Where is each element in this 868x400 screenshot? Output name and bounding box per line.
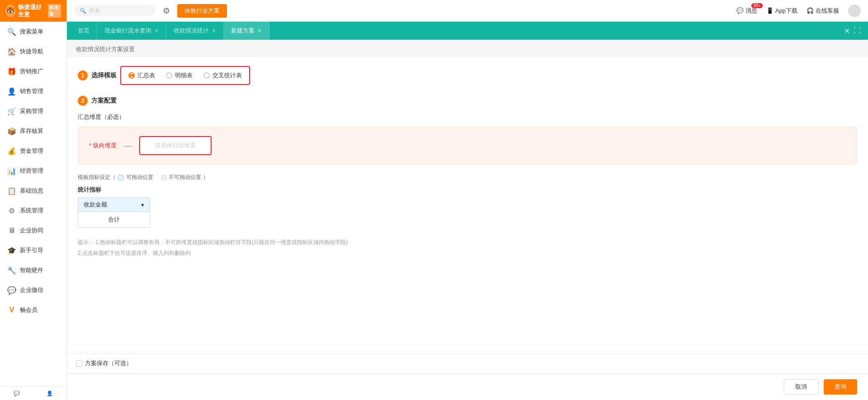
sidebar-item-label: 快捷导航 (20, 47, 43, 56)
arrow-icon: — (124, 141, 132, 151)
page-body: 1 选择模板 汇总表 明细表 (67, 57, 868, 353)
sidebar-feedback[interactable]: 💬 (14, 391, 20, 396)
search-box[interactable]: 🔍 搜索 (74, 5, 156, 16)
metrics-setting-label: 模板指标设定（ 可拖动位置 不可拖动位置 ） (78, 174, 208, 181)
radio-detail[interactable]: 明细表 (166, 71, 193, 80)
radio-summary-label: 汇总表 (137, 71, 155, 80)
radio-cross[interactable]: 交叉统计表 (203, 71, 242, 80)
sidebar-item-smart-hardware[interactable]: 🔧 智能硬件 (0, 260, 66, 280)
sidebar-user[interactable]: 👤 (47, 391, 53, 396)
user-icon: 👤 (7, 87, 16, 96)
logo-badge: 标准版 (48, 4, 61, 18)
dimension-selector[interactable]: 请选择分组维度 (139, 136, 212, 155)
sidebar-item-marketing[interactable]: 🎁 营销推广 (0, 61, 66, 81)
tab-new-plan[interactable]: 新建方案 ✕ (224, 22, 269, 40)
dropdown-chevron-icon: ▾ (141, 202, 144, 208)
tab-cash-flow-close[interactable]: ✕ (154, 28, 159, 34)
breadcrumb-text: 收款情况统计方案设置 (76, 46, 135, 52)
tab-new-plan-label: 新建方案 (231, 27, 255, 35)
sidebar-bottom: 💬 👤 (0, 386, 66, 400)
step1-title: 选择模板 (91, 71, 117, 80)
dimension-row: * 纵向维度 — 请选择分组维度 (89, 136, 846, 155)
content-area: 收款情况统计方案设置 1 选择模板 汇总表 (67, 40, 868, 400)
metrics-table-header[interactable]: 收款金额 ▾ (78, 198, 150, 212)
sidebar: 🐯 畅捷通好生意 标准版 🔍 搜索菜单 🏠 快捷导航 🎁 营销推广 👤 销售管理… (0, 0, 67, 400)
sidebar-item-label: 新手引导 (20, 246, 43, 254)
search-placeholder: 搜索 (89, 7, 100, 14)
message-badge: 99+ (751, 3, 763, 8)
box-icon: 📦 (7, 127, 16, 136)
sidebar-item-system[interactable]: ⚙ 系统管理 (0, 201, 66, 221)
sidebar-item-enterprise-wechat[interactable]: 💬 企业微信 (0, 280, 66, 300)
home-icon: 🏠 (7, 47, 16, 56)
radio-cross-label: 交叉统计表 (212, 71, 242, 80)
tab-cash-flow-label: 现金银行流水查询 (104, 27, 151, 35)
tab-new-plan-close[interactable]: ✕ (257, 28, 262, 34)
step2-section: 2 方案配置 汇总维度（必选） * 纵向维度 — 请选择分组维度 (78, 96, 857, 259)
online-service-btn[interactable]: 🎧 在线客服 (807, 7, 839, 15)
save-plan-checkbox[interactable] (76, 360, 82, 367)
sidebar-item-sales[interactable]: 👤 销售管理 (0, 81, 66, 101)
radio-detail-circle (166, 72, 172, 79)
sidebar-item-label: 经营管理 (20, 167, 43, 175)
radio-summary[interactable]: 汇总表 (128, 71, 155, 80)
step2-number: 2 (78, 96, 88, 106)
sidebar-item-purchase[interactable]: 🛒 采购管理 (0, 101, 66, 121)
logo-icon: 🐯 (5, 5, 15, 17)
app-download-label: App下载 (775, 7, 797, 15)
step1-number: 1 (78, 71, 88, 80)
sidebar-item-search-menu[interactable]: 🔍 搜索菜单 (0, 22, 66, 42)
settings-icon[interactable]: ⚙ (163, 6, 170, 16)
gift-icon: 🎁 (7, 67, 16, 76)
template-select-box: 汇总表 明细表 交叉统计表 (120, 66, 250, 85)
sidebar-logo: 🐯 畅捷通好生意 标准版 (0, 0, 66, 22)
phone-icon: 📱 (766, 7, 774, 14)
sidebar-item-finance[interactable]: 💰 资金管理 (0, 141, 66, 161)
chart-icon: 📊 (7, 167, 16, 175)
vertical-dimension-label: * 纵向维度 (89, 141, 117, 150)
total-label: 合计 (108, 216, 120, 223)
dimension-placeholder: 请选择分组维度 (155, 142, 196, 149)
sidebar-item-label: 系统管理 (20, 207, 43, 215)
sidebar-item-label: 库存核算 (20, 127, 43, 135)
main-content: 🔍 搜索 ⚙ 体验行业方案 💬 消息 99+ 📱 App下载 🎧 在线客服 首页 (67, 0, 868, 400)
tab-collection-stats-close[interactable]: ✕ (212, 28, 216, 34)
tab-home[interactable]: 首页 (71, 22, 97, 40)
tab-cash-flow[interactable]: 现金银行流水查询 ✕ (97, 22, 166, 40)
message-btn[interactable]: 💬 消息 99+ (736, 7, 757, 15)
sidebar-item-basic-info[interactable]: 📋 基础信息 (0, 181, 66, 201)
page-footer: 方案保存（可选） (67, 353, 868, 373)
hint-2: 2.点击标题栏下拉可设置排序、插入列和删除列 (78, 248, 857, 259)
monitor-icon: 🖥 (7, 226, 16, 235)
sidebar-item-enterprise-collab[interactable]: 🖥 企业协同 (0, 221, 66, 240)
sidebar-item-label: 销售管理 (20, 87, 43, 95)
metrics-table: 收款金额 ▾ 合计 (78, 198, 150, 228)
graduation-icon: 🎓 (7, 246, 16, 255)
chat-icon: 💬 (7, 286, 16, 295)
sidebar-item-quick-nav[interactable]: 🏠 快捷导航 (0, 42, 66, 61)
non-draggable-indicator (161, 175, 166, 180)
save-plan-checkbox-label[interactable]: 方案保存（可选） (76, 359, 132, 367)
tab-close-all-icon[interactable]: ✕ (844, 27, 850, 35)
sidebar-item-operation[interactable]: 📊 经营管理 (0, 161, 66, 181)
sidebar-item-member[interactable]: V 畅会员 (0, 300, 66, 320)
cart-icon: 🛒 (7, 107, 16, 116)
tab-collection-stats[interactable]: 收款情况统计 ✕ (166, 22, 224, 40)
app-download-btn[interactable]: 📱 App下载 (766, 7, 797, 15)
search-icon: 🔍 (80, 8, 86, 14)
query-button[interactable]: 查询 (824, 379, 857, 395)
tab-fullscreen-icon[interactable]: ⛶ (854, 27, 861, 35)
sidebar-item-inventory[interactable]: 📦 库存核算 (0, 121, 66, 141)
summary-dimension-label: 汇总维度（必选） (78, 113, 857, 121)
collection-amount-label: 收款金额 (84, 201, 107, 209)
hint-1: 提示： 1.拖动标题栏可以调整布局，不可跨维度或指标区域拖动栏目字段(只能在同一… (78, 237, 857, 248)
user-avatar[interactable] (848, 5, 861, 17)
sidebar-item-label: 企业微信 (20, 286, 43, 294)
sidebar-item-label: 营销推广 (20, 67, 43, 75)
cancel-button[interactable]: 取消 (784, 379, 818, 395)
industry-btn[interactable]: 体验行业方案 (177, 4, 227, 18)
step2-title: 方案配置 (91, 97, 117, 105)
sidebar-item-newcomer[interactable]: 🎓 新手引导 (0, 240, 66, 260)
metrics-table-total-row: 合计 (78, 212, 150, 227)
logo-title: 畅捷通好生意 (18, 4, 45, 18)
